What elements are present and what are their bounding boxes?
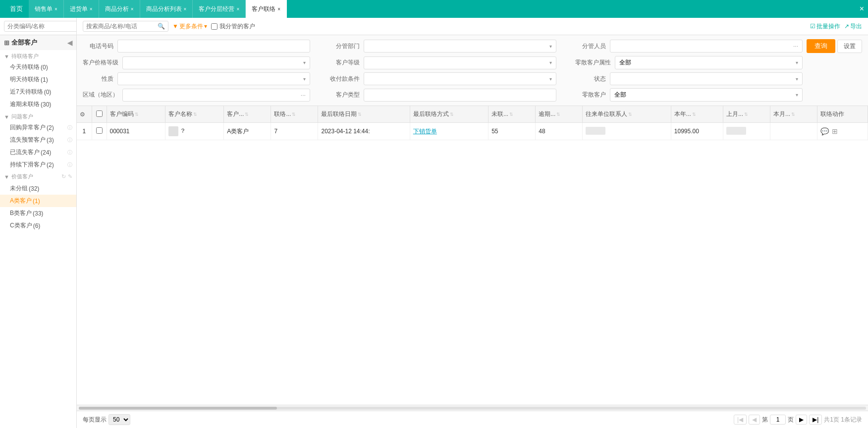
- sidebar-item-unclassified[interactable]: 未分组 (32): [0, 182, 76, 195]
- batch-ops-btn[interactable]: ☑ 批量操作: [810, 22, 840, 31]
- nav-tab-analysis[interactable]: 商品分析 ×: [99, 0, 140, 18]
- sidebar-item-c-class[interactable]: C类客户 (6): [0, 219, 76, 232]
- close-tab-purchase-icon[interactable]: ×: [90, 6, 93, 12]
- table-col-settings[interactable]: ⚙: [77, 106, 92, 123]
- expand-arrow-value[interactable]: ▼: [4, 174, 9, 180]
- gender-select[interactable]: ▾: [117, 72, 310, 85]
- sort-this-year-icon[interactable]: ⇅: [692, 112, 696, 117]
- sort-contacts-icon[interactable]: ⇅: [628, 112, 632, 117]
- prev-page-btn[interactable]: ◀: [749, 415, 760, 425]
- main-search-input[interactable]: [86, 23, 156, 30]
- price-level-select[interactable]: ▾: [122, 56, 310, 69]
- close-tab-analysis-list-icon[interactable]: ×: [184, 6, 187, 12]
- phone-input[interactable]: [117, 40, 310, 53]
- row-checkbox[interactable]: [92, 123, 107, 140]
- retail-attr-select[interactable]: 全部 ▾: [615, 56, 803, 69]
- action-icon-2[interactable]: ⊞: [832, 127, 838, 135]
- department-arrow-icon: ▾: [549, 44, 552, 49]
- my-customers-checkbox[interactable]: 我分管的客户: [211, 22, 255, 31]
- row-this-month: [770, 123, 817, 140]
- region-input[interactable]: ···: [122, 89, 310, 102]
- sort-level-icon[interactable]: ⇅: [245, 112, 249, 117]
- nav-tab-sales[interactable]: 销售单 ×: [29, 0, 64, 18]
- checkbox-batch-icon: ☑: [810, 23, 815, 30]
- table-col-checkbox[interactable]: [92, 106, 107, 123]
- row-this-year: 10995.00: [671, 123, 723, 140]
- sort-code-icon[interactable]: ⇅: [135, 112, 139, 117]
- sidebar-item-a-class[interactable]: A类客户 (1): [0, 195, 76, 207]
- sidebar-search-input[interactable]: [4, 21, 77, 32]
- close-tab-segment-icon[interactable]: ×: [236, 6, 239, 12]
- sort-last-month-icon[interactable]: ⇅: [744, 112, 748, 117]
- customer-level-select[interactable]: ▾: [364, 56, 556, 69]
- pagination-bar: 每页显示 50 |◀ ◀ 第 页 ▶ ▶| 共1页 1条记录: [77, 411, 868, 428]
- export-btn[interactable]: ↗ 导出: [844, 22, 862, 31]
- sidebar-item-churn-warning[interactable]: 流失预警客户 (3) ⓘ: [0, 134, 76, 146]
- filter-payment: 收付款条件 ▾: [329, 72, 556, 85]
- more-filters-btn[interactable]: ▼ 更多条件 ▾: [172, 22, 207, 31]
- sort-last-date-icon[interactable]: ⇅: [358, 112, 362, 117]
- sort-overdue-icon[interactable]: ⇅: [556, 112, 560, 117]
- main-search-icon[interactable]: 🔍: [158, 23, 165, 30]
- nav-home[interactable]: 首页: [4, 0, 29, 18]
- action-icon-1[interactable]: 💬: [820, 127, 829, 135]
- department-select[interactable]: ▾: [364, 40, 556, 53]
- sidebar-item-overdue-contact[interactable]: 逾期未联络 (30): [0, 98, 76, 110]
- select-all-checkbox[interactable]: [96, 110, 103, 117]
- sidebar-item-declining[interactable]: 持续下滑客户 (2) ⓘ: [0, 159, 76, 171]
- customer-type-input[interactable]: [364, 89, 556, 102]
- expand-arrow-problem[interactable]: ▼: [4, 114, 9, 120]
- sort-last-method-icon[interactable]: ⇅: [450, 112, 454, 117]
- close-tab-analysis-icon[interactable]: ×: [131, 6, 134, 12]
- settings-button[interactable]: 设置: [837, 40, 862, 53]
- scrollbar-thumb[interactable]: [79, 407, 277, 410]
- close-tab-contact-icon[interactable]: ×: [277, 6, 280, 12]
- sort-not-contacted-icon[interactable]: ⇅: [509, 112, 513, 117]
- payment-select[interactable]: ▾: [364, 72, 556, 85]
- first-page-btn[interactable]: |◀: [734, 415, 747, 425]
- last-page-btn[interactable]: ▶|: [809, 415, 822, 425]
- query-button[interactable]: 查询: [807, 39, 835, 53]
- filter-retail-attr: 零散客户属性 全部 ▾: [575, 56, 803, 69]
- my-customers-check[interactable]: [211, 23, 217, 30]
- row-actions: 💬 ⊞: [817, 123, 868, 140]
- row-select-checkbox[interactable]: [96, 127, 103, 134]
- info-icon-churned[interactable]: ⓘ: [67, 149, 72, 156]
- collapse-sidebar-icon[interactable]: ◀: [67, 39, 72, 47]
- per-page-select[interactable]: 50: [108, 414, 130, 425]
- sidebar-item-repurchase-abnormal[interactable]: 回购异常客户 (2) ⓘ: [0, 121, 76, 134]
- sidebar-all-customers[interactable]: ⊞ 全部客户 ◀: [0, 35, 76, 50]
- sidebar-item-today-contact[interactable]: 今天待联络 (0): [0, 61, 76, 73]
- sidebar-item-tomorrow-contact[interactable]: 明天待联络 (1): [0, 73, 76, 86]
- nav-tab-customer-contact[interactable]: 客户联络 ×: [246, 0, 287, 18]
- sort-contact-count-icon[interactable]: ⇅: [292, 112, 296, 117]
- sidebar-item-7days-contact[interactable]: 近7天待联络 (0): [0, 86, 76, 98]
- sort-this-month-icon[interactable]: ⇅: [791, 112, 795, 117]
- status-select[interactable]: ▾: [610, 72, 803, 85]
- close-all-tabs-icon[interactable]: ×: [860, 4, 864, 13]
- nav-tab-customer-segment[interactable]: 客户分层经营 ×: [193, 0, 246, 18]
- info-icon-declining[interactable]: ⓘ: [67, 161, 72, 168]
- top-navigation: 首页 销售单 × 进货单 × 商品分析 × 商品分析列表 × 客户分层经营 × …: [0, 0, 868, 18]
- region-dots-icon: ···: [301, 92, 306, 99]
- sort-name-icon[interactable]: ⇅: [193, 112, 197, 117]
- refresh-icon[interactable]: ↻: [61, 173, 66, 180]
- nav-tab-analysis-list[interactable]: 商品分析列表 ×: [140, 0, 193, 18]
- nav-tab-purchase[interactable]: 进货单 ×: [64, 0, 99, 18]
- next-page-btn[interactable]: ▶: [796, 415, 807, 425]
- filter-customer-type: 客户类型: [329, 89, 556, 102]
- page-input[interactable]: [770, 415, 786, 425]
- horizontal-scrollbar[interactable]: [77, 405, 868, 411]
- info-icon-churn[interactable]: ⓘ: [67, 137, 72, 144]
- export-icon: ↗: [844, 23, 849, 30]
- row-last-contact-method[interactable]: 下销货单: [410, 123, 488, 140]
- sidebar-item-b-class[interactable]: B类客户 (33): [0, 207, 76, 219]
- manager-input[interactable]: ···: [610, 40, 803, 53]
- sidebar-item-churned[interactable]: 已流失客户 (24) ⓘ: [0, 146, 76, 159]
- grid-icon: ⊞: [4, 39, 9, 47]
- retail-customer-select[interactable]: 全部 ▾: [610, 88, 803, 102]
- edit-icon[interactable]: ✎: [68, 173, 72, 180]
- info-icon-repurchase[interactable]: ⓘ: [67, 124, 72, 131]
- close-tab-sales-icon[interactable]: ×: [54, 6, 57, 12]
- expand-arrow-pending[interactable]: ▼: [4, 54, 9, 59]
